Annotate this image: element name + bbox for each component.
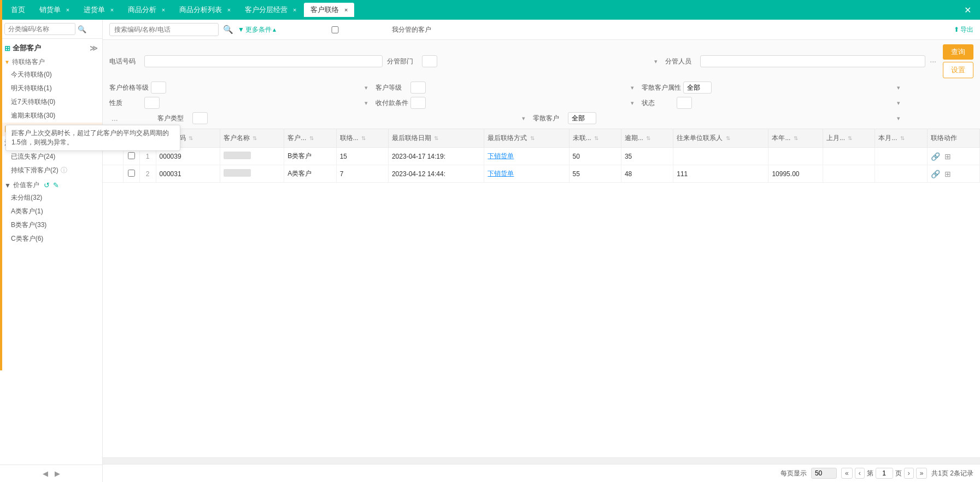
more-dots-area: ... — [109, 114, 153, 123]
retail-customer-select[interactable]: 全部 — [568, 112, 596, 124]
row2-grid-icon[interactable]: ⊞ — [944, 170, 951, 178]
window-close-button[interactable]: ✕ — [960, 4, 976, 16]
last-method-sort-icon[interactable]: ⇅ — [530, 135, 535, 141]
page-number-input[interactable] — [876, 468, 893, 479]
value-group-refresh-icon[interactable]: ↺ — [44, 181, 50, 189]
this-year-sort-icon[interactable]: ⇅ — [794, 135, 798, 141]
row2-last-method: 下销货单 — [484, 165, 569, 183]
sidebar-right-arrow[interactable]: ▶ — [55, 469, 60, 478]
main-search-icon[interactable]: 🔍 — [223, 25, 233, 34]
customer-type-select[interactable] — [192, 112, 208, 124]
tab-analysis-list[interactable]: 商品分析列表 × — [173, 3, 237, 17]
sidebar-item-today[interactable]: 今天待联络(0) — [0, 68, 102, 82]
table-actions-col: 联络动作 — [927, 129, 979, 148]
row1-this-month — [875, 148, 927, 165]
row1-select-checkbox[interactable] — [128, 152, 135, 159]
value-group-edit-icon[interactable]: ✎ — [53, 181, 59, 189]
sidebar-item-tomorrow[interactable]: 明天待联络(1) — [0, 82, 102, 95]
row1-last-method: 下销货单 — [484, 148, 569, 165]
row2-select-checkbox[interactable] — [128, 170, 135, 177]
sidebar-item-already-lost[interactable]: 已流失客户(24) — [0, 150, 102, 164]
more-conditions-button[interactable]: ▼ 更多条件 ▴ — [238, 25, 276, 34]
total-records-label: 共1页 2条记录 — [931, 469, 973, 478]
close-customer-tier-tab[interactable]: × — [293, 7, 296, 13]
close-analysis-list-tab[interactable]: × — [227, 7, 231, 13]
sidebar-item-continuous-down[interactable]: 持续下滑客户(2) ⓘ — [0, 164, 102, 177]
code-sort-icon[interactable]: ⇅ — [189, 135, 193, 141]
last-page-button[interactable]: » — [916, 468, 928, 479]
more-dots-icon[interactable]: ... — [109, 114, 120, 123]
sidebar-item-ungroup[interactable]: 未分组(32) — [0, 191, 102, 205]
row1-name-blur — [224, 152, 251, 159]
sidebar-item-overdue[interactable]: 逾期未联络(30) — [0, 109, 102, 123]
pagination-controls: « ‹ 第 页 › » — [841, 468, 927, 479]
table-row: 1 000039 B类客户 15 2023-04-17 14:19: 下销货单 … — [103, 148, 980, 165]
settings-button[interactable]: 设置 — [943, 62, 973, 78]
table-not-contacted-col: 未联... ⇅ — [569, 129, 621, 148]
close-purchase-tab[interactable]: × — [110, 7, 114, 13]
row2-actions: 🔗 ⊞ — [927, 165, 979, 183]
row1-grid-icon[interactable]: ⊞ — [944, 152, 951, 161]
history-contact-sort-icon[interactable]: ⇅ — [726, 135, 730, 141]
row2-link-icon[interactable]: 🔗 — [931, 170, 940, 178]
my-customers-check[interactable] — [280, 26, 390, 33]
a-class-label: A类客户(1) — [11, 207, 43, 216]
sidebar-item-c-class[interactable]: C类客户(6) — [0, 232, 102, 246]
row2-overdue: 48 — [621, 165, 673, 183]
sidebar-item-b-class[interactable]: B类客户(33) — [0, 218, 102, 232]
sidebar-collapse-button[interactable]: ≫ — [90, 44, 98, 53]
status-select[interactable] — [677, 97, 692, 109]
main-search-input[interactable] — [109, 23, 219, 36]
row1-link-icon[interactable]: 🔗 — [931, 152, 940, 161]
category-search-input[interactable] — [4, 23, 75, 35]
customer-level-select[interactable] — [410, 82, 426, 94]
close-sales-tab[interactable]: × — [66, 7, 69, 13]
contact-sort-icon[interactable]: ⇅ — [361, 135, 366, 141]
row2-contact: 7 — [336, 165, 388, 183]
export-button[interactable]: ⬆ 导出 — [954, 25, 973, 34]
type-sort-icon[interactable]: ⇅ — [309, 135, 314, 141]
b-class-label: B类客户(33) — [11, 220, 46, 230]
sidebar-left-arrow[interactable]: ◀ — [43, 469, 48, 478]
phone-input[interactable] — [144, 55, 383, 67]
all-customers-header: ⊞ 全部客户 ≫ — [0, 39, 102, 55]
per-page-select[interactable]: 50 100 200 — [811, 468, 837, 479]
next-page-button[interactable]: › — [904, 468, 914, 479]
retail-customer-filter: 零散客户 全部 — [533, 112, 904, 124]
payment-select[interactable] — [410, 97, 426, 109]
c-class-label: C类客户(6) — [11, 234, 43, 243]
tab-analysis[interactable]: 商品分析 × — [121, 3, 172, 17]
horizontal-scrollbar[interactable] — [103, 457, 980, 464]
name-sort-icon[interactable]: ⇅ — [253, 135, 257, 141]
tab-customer-tier[interactable]: 客户分层经营 × — [238, 3, 303, 17]
last-month-sort-icon[interactable]: ⇅ — [848, 135, 852, 141]
row1-last-method-link[interactable]: 下销货单 — [488, 152, 514, 160]
row1-contact: 15 — [336, 148, 388, 165]
my-customers-checkbox[interactable]: 我分管的客户 — [280, 25, 431, 34]
tab-home[interactable]: 首页 — [4, 3, 32, 17]
tab-customer-contact[interactable]: 客户联络 × — [304, 3, 354, 17]
price-level-select[interactable] — [151, 82, 166, 94]
overdue-sort-icon[interactable]: ⇅ — [646, 135, 650, 141]
sidebar-search-icon[interactable]: 🔍 — [78, 25, 86, 33]
dept-select[interactable] — [422, 55, 437, 67]
close-analysis-tab[interactable]: × — [162, 7, 165, 13]
this-month-sort-icon[interactable]: ⇅ — [900, 135, 905, 141]
not-contacted-sort-icon[interactable]: ⇅ — [594, 135, 598, 141]
row2-last-method-link[interactable]: 下销货单 — [488, 170, 514, 177]
gender-select[interactable] — [144, 97, 160, 109]
last-date-sort-icon[interactable]: ⇅ — [434, 135, 438, 141]
query-button[interactable]: 查询 — [943, 44, 973, 60]
prev-page-button[interactable]: ‹ — [855, 468, 865, 479]
sidebar-item-a-class[interactable]: A类客户(1) — [0, 205, 102, 218]
manager-more-icon[interactable]: ··· — [928, 57, 938, 66]
retail-attr-select[interactable]: 全部 — [683, 82, 712, 94]
customer-table: ⚙ 客户编码 ⇅ 客户名称 ⇅ — [103, 129, 980, 183]
sidebar-item-7days[interactable]: 近7天待联络(0) — [0, 95, 102, 109]
first-page-button[interactable]: « — [841, 468, 853, 479]
close-customer-contact-tab[interactable]: × — [344, 7, 348, 13]
manager-input[interactable] — [700, 55, 926, 67]
tab-purchase[interactable]: 进货单 × — [77, 3, 120, 17]
pending-group-title: ▼ 待联络客户 — [0, 55, 102, 68]
tab-sales[interactable]: 销货单 × — [33, 3, 76, 17]
